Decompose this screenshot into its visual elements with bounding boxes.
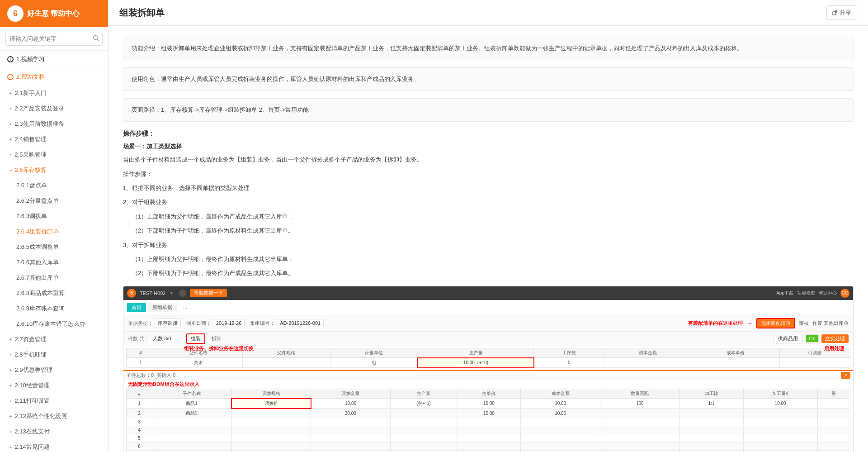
sidebar-sub-label: 2.4销售管理	[14, 135, 46, 143]
annotation-no-bom: 无固定活动BOM组合在这里录入	[123, 380, 853, 389]
sidebar-item-install[interactable]: + 2.2产品安装及登录	[0, 101, 108, 116]
step1: 1、根据不同的业务，选择不同单据的类型来处理	[123, 183, 854, 193]
cell-spec	[242, 358, 330, 368]
approve-btn[interactable]: 审核	[799, 320, 809, 327]
nav-sub-list-docs: + 2.1新手入门 + 2.2产品安装及登录 + 2.3使用前数据准备 + 2.…	[0, 86, 108, 452]
on-toggle-area: 供商品用 On 立实处理 启用处理	[773, 334, 849, 343]
doc-type-val[interactable]: 库存调拨	[155, 319, 181, 328]
sidebar-sub-label: 2.6库存核算	[14, 166, 46, 174]
step3: 3、对于拆卸业务	[123, 240, 854, 250]
table-row: 4	[127, 426, 850, 434]
expand-icon[interactable]: ↗	[841, 372, 850, 379]
doc-date-val[interactable]: 2019-12-26	[213, 319, 245, 327]
sidebar-item-inventory-265[interactable]: 2.6.5成本调整单	[0, 239, 108, 255]
disassembly-type-btn[interactable]: 拆卸	[208, 334, 225, 343]
sidebar-item-sales[interactable]: + 2.4销售管理	[0, 132, 108, 147]
app-bar-right: App下载 功能检查 帮助中心 CC	[776, 289, 849, 298]
cell-cost: 10.00	[521, 409, 600, 418]
sidebar-item-purchase[interactable]: + 2.5采购管理	[0, 147, 108, 162]
sidebar-item-data-prep[interactable]: + 2.3使用前数据准备	[0, 116, 108, 132]
sidebar-item-inventory-2610[interactable]: 2.6.10库存账本错了怎么办	[0, 316, 108, 332]
sidebar-item-inventory-264[interactable]: 2.6.4组装拆卸单	[0, 224, 108, 239]
sidebar-item-beginner[interactable]: + 2.1新手入门	[0, 86, 108, 101]
app-company: TEST-H002	[140, 290, 165, 296]
table-row: 3	[127, 418, 850, 426]
sidebar-item-docs[interactable]: 2.帮助文档	[0, 68, 108, 86]
sidebar-sub-label: 2.12系统个性化设置	[14, 412, 67, 420]
main-content: 组装拆卸单 分享 功能介绍：组装拆卸单用来处理企业组装或拆卸等加工业务，支持有固…	[108, 0, 868, 452]
sidebar-item-print[interactable]: + 2.11打印设置	[0, 393, 108, 409]
search-box	[0, 27, 108, 51]
cell-price: 10.00	[311, 399, 391, 409]
table-row: 5	[127, 434, 850, 442]
path-text: 页面路径：1、库存核算->库存管理->组装拆卸单 2、首页->常用功能	[132, 106, 309, 113]
sidebar-header: 6 好生意 帮助中心	[0, 0, 108, 27]
sidebar-item-inventory-261[interactable]: 2.6.1盘点单	[0, 178, 108, 193]
sidebar-item-inventory-267[interactable]: 2.6.7其他出库单	[0, 270, 108, 285]
search-supplier-input[interactable]: 供商品用	[773, 334, 803, 343]
doc-num-field: 集组编号： AD-20191226-001	[250, 319, 324, 327]
share-label: 分享	[840, 9, 851, 17]
cell-spec	[231, 409, 311, 418]
assembly-type-btn[interactable]: 组装	[186, 333, 205, 344]
sidebar-item-finance[interactable]: + 2.7资金管理	[0, 332, 108, 347]
sidebar-item-inventory-262[interactable]: 2.6.2分量盘点单	[0, 193, 108, 209]
sidebar-item-inventory-266[interactable]: 2.6.6其他入库单	[0, 255, 108, 270]
doc-num-val[interactable]: AD-20191226-001	[277, 319, 324, 327]
lower-col-proc-qty: 加工量V	[743, 389, 817, 399]
sidebar-item-coupon[interactable]: + 2.9优惠券管理	[0, 362, 108, 378]
sidebar-sub-label: 2.1新手入门	[14, 89, 46, 97]
sidebar-item-mobile[interactable]: + 2.8手机旺铺	[0, 347, 108, 362]
search-input[interactable]	[6, 33, 89, 45]
sidebar-item-label: 1.视频学习	[16, 55, 45, 63]
annotation-bom-text: 有装配清单的在这里处理	[688, 320, 743, 327]
step3-2: （2）下部明细为子件明细，最终作为产成品生成其它入库单。	[123, 268, 854, 278]
sidebar-item-inventory-269[interactable]: 2.6.9库存账本查询	[0, 301, 108, 316]
step2-1: （1）上部明细为父件明细，最终作为产成品生成其它入库单；	[123, 211, 854, 222]
lower-col-spec: 调拨规格	[231, 389, 311, 399]
nav-tab-more[interactable]: ...	[179, 303, 192, 311]
scene1-desc: 当由多个子件材料组装成一个成品的业务为【组装】业务，当由一个父件拆分成多个子产品…	[123, 154, 854, 165]
sidebar-item-inventory[interactable]: − 2.6库存核算	[0, 162, 108, 178]
content-area: 功能介绍：组装拆卸单用来处理企业组装或拆卸等加工业务，支持有固定装配清单的产品加…	[108, 26, 868, 452]
app-help: 帮助中心	[819, 290, 837, 296]
upper-col-spec: 父件规格	[242, 348, 330, 358]
lower-col-name: 子件名称	[152, 389, 232, 399]
lower-col-qty: 主产量	[390, 389, 457, 399]
sidebar-item-inventory-263[interactable]: 2.6.3调拨单	[0, 209, 108, 224]
doc-date-label: 制单日期：	[186, 320, 211, 327]
select-bom-btn[interactable]: 选用装配清单	[756, 318, 795, 328]
sidebar-item-settings[interactable]: + 2.12系统个性化设置	[0, 409, 108, 424]
sidebar-item-faq[interactable]: + 2.14常见问题	[0, 439, 108, 452]
pieces-val: 人数 3/0...	[153, 335, 175, 342]
search-button[interactable]	[89, 32, 103, 45]
sidebar-item-inventory-268[interactable]: 2.6.8商品成本重算	[0, 285, 108, 301]
cell-action	[817, 399, 850, 409]
lower-col-unit-price: 主单价	[457, 389, 521, 399]
sidebar-item-management[interactable]: + 2.10经营管理	[0, 378, 108, 393]
pieces-label: 件数 共：	[128, 335, 149, 342]
action-btn[interactable]: 作废 其他出库单	[812, 320, 849, 327]
upper-col-unit: 计量单位	[330, 348, 418, 358]
app-download: App下载	[776, 290, 793, 296]
sidebar-item-video[interactable]: 1.视频学习	[0, 51, 108, 68]
app-orange-btn[interactable]: 同期数据一下	[190, 289, 227, 297]
nav-tab-home[interactable]: 首页	[127, 303, 146, 312]
cell-match: 100	[600, 399, 679, 409]
step2-2: （2）下部明细为子件明细，最终作为原材料生成其它出库单。	[123, 225, 854, 236]
scene1-title: 场景一：加工类型选择	[123, 143, 854, 151]
doc-type-label: 单据类型：	[128, 320, 153, 327]
nav-group-docs: 2.帮助文档 + 2.1新手入门 + 2.2产品安装及登录 + 2.3使用前数据…	[0, 68, 108, 452]
sub-count: 子件总数：0	[126, 372, 154, 379]
sidebar-sub-label: 2.2产品安装及登录	[14, 105, 64, 113]
approve-action-btn[interactable]: 立实处理	[821, 334, 849, 343]
share-button[interactable]: 分享	[826, 5, 857, 20]
table-row: 1 关木 组 10.00（+10) 0	[127, 358, 850, 368]
sidebar-item-payment[interactable]: + 2.13在线支付	[0, 424, 108, 439]
annotation-arrow: →	[746, 319, 753, 327]
doc-nav-bar: 首页 新增单据 ...	[123, 300, 853, 315]
nav-tab-new[interactable]: 新增单据	[148, 303, 177, 312]
search-input-wrap	[5, 32, 103, 46]
on-toggle-btn[interactable]: On	[806, 334, 819, 343]
table-row: 2 商品2 30.00 10.00 10.00	[127, 409, 850, 418]
